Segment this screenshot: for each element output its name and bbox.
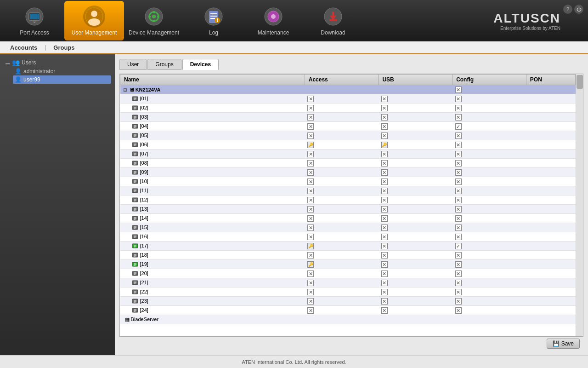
checkbox-x[interactable]: ✕ bbox=[307, 206, 314, 213]
tab-devices[interactable]: Devices bbox=[182, 59, 219, 70]
checkbox-x[interactable]: ✕ bbox=[455, 261, 462, 268]
checkbox-x[interactable]: ✕ bbox=[307, 298, 314, 305]
checkbox-x[interactable]: ✕ bbox=[455, 160, 462, 167]
checkbox-key[interactable]: 🔑 bbox=[381, 142, 388, 148]
checkbox-x[interactable]: ✕ bbox=[455, 234, 462, 240]
checkbox-check[interactable]: ✓ bbox=[455, 243, 462, 249]
power-icon[interactable]: ⏻ bbox=[574, 5, 583, 14]
checkbox-x[interactable]: ✕ bbox=[307, 234, 314, 240]
port-id: [21] bbox=[140, 280, 148, 285]
tree-root[interactable]: ▬ 👥 Users bbox=[4, 58, 111, 67]
tab-user[interactable]: User bbox=[119, 59, 147, 70]
nav-item-maintenance[interactable]: Maintenance bbox=[243, 1, 303, 40]
sidebar-item-administrator[interactable]: 👤 administrator bbox=[13, 67, 111, 75]
port-name-cell: [17] bbox=[120, 242, 305, 251]
checkbox-x[interactable]: ✕ bbox=[307, 151, 314, 157]
nav-item-user-management[interactable]: User Management bbox=[64, 1, 124, 40]
checkbox-x[interactable]: ✕ bbox=[455, 307, 462, 314]
nav-item-download[interactable]: Download bbox=[303, 1, 363, 40]
checkbox-x[interactable]: ✕ bbox=[307, 307, 314, 314]
checkbox-x[interactable]: ✕ bbox=[455, 298, 462, 305]
checkbox-key[interactable]: 🔑 bbox=[307, 142, 314, 148]
checkbox-x[interactable]: ✕ bbox=[307, 132, 314, 139]
checkbox-x[interactable]: ✕ bbox=[381, 215, 388, 222]
tab-groups[interactable]: Groups bbox=[147, 59, 181, 70]
checkbox-check[interactable]: ✓ bbox=[455, 123, 462, 130]
checkbox-x[interactable]: ✕ bbox=[381, 206, 388, 213]
blade-server-name[interactable]: ▦ BladeServer bbox=[120, 315, 305, 324]
scrollbar[interactable] bbox=[576, 74, 583, 336]
port-name-cell: [07] bbox=[120, 150, 305, 159]
checkbox-x[interactable]: ✕ bbox=[381, 289, 388, 295]
checkbox-x[interactable]: ✕ bbox=[381, 114, 388, 121]
checkbox-x[interactable]: ✕ bbox=[381, 96, 388, 102]
checkbox-x[interactable]: ✕ bbox=[307, 160, 314, 167]
nav-item-device-management[interactable]: Device Management bbox=[124, 1, 184, 40]
checkbox-x[interactable]: ✕ bbox=[307, 105, 314, 111]
checkbox-x[interactable]: ✕ bbox=[455, 151, 462, 157]
kn-config-checkbox[interactable]: ✕ bbox=[455, 86, 462, 93]
checkbox-x[interactable]: ✕ bbox=[307, 280, 314, 286]
checkbox-x[interactable]: ✕ bbox=[307, 178, 314, 185]
checkbox-x[interactable]: ✕ bbox=[381, 178, 388, 185]
checkbox-x[interactable]: ✕ bbox=[455, 270, 462, 277]
checkbox-x[interactable]: ✕ bbox=[455, 132, 462, 139]
table-row: [05] ✕✕✕ bbox=[120, 131, 576, 140]
subnav-groups[interactable]: Groups bbox=[48, 42, 80, 53]
checkbox-key[interactable]: 🔑 bbox=[307, 261, 314, 268]
port-usb-cell: ✕ bbox=[379, 159, 452, 168]
nav-item-log[interactable]: Log bbox=[184, 1, 243, 40]
checkbox-x[interactable]: ✕ bbox=[381, 234, 388, 240]
checkbox-x[interactable]: ✕ bbox=[455, 114, 462, 121]
checkbox-x[interactable]: ✕ bbox=[455, 96, 462, 102]
checkbox-x[interactable]: ✕ bbox=[381, 169, 388, 176]
checkbox-key[interactable]: 🔑 bbox=[307, 243, 314, 249]
checkbox-x[interactable]: ✕ bbox=[381, 123, 388, 130]
checkbox-x[interactable]: ✕ bbox=[455, 280, 462, 286]
help-icon[interactable]: ? bbox=[563, 5, 572, 14]
checkbox-x[interactable]: ✕ bbox=[381, 298, 388, 305]
checkbox-x[interactable]: ✕ bbox=[381, 132, 388, 139]
checkbox-x[interactable]: ✕ bbox=[307, 215, 314, 222]
checkbox-x[interactable]: ✕ bbox=[381, 270, 388, 277]
checkbox-x[interactable]: ✕ bbox=[381, 160, 388, 167]
checkbox-x[interactable]: ✕ bbox=[455, 197, 462, 203]
checkbox-x[interactable]: ✕ bbox=[307, 197, 314, 203]
subnav-accounts[interactable]: Accounts bbox=[5, 42, 43, 53]
checkbox-x[interactable]: ✕ bbox=[455, 206, 462, 213]
table-scroll-area[interactable]: Name Access USB Config PON ⊟ 🖥 KN2124VA … bbox=[120, 74, 583, 336]
sidebar: ▬ 👥 Users 👤 administrator 👤 user99 bbox=[0, 54, 115, 355]
checkbox-x[interactable]: ✕ bbox=[455, 252, 462, 259]
checkbox-x[interactable]: ✕ bbox=[455, 105, 462, 111]
checkbox-x[interactable]: ✕ bbox=[381, 105, 388, 111]
nav-item-port-access[interactable]: Port Access bbox=[5, 1, 64, 40]
checkbox-x[interactable]: ✕ bbox=[307, 114, 314, 121]
checkbox-x[interactable]: ✕ bbox=[381, 243, 388, 249]
checkbox-x[interactable]: ✕ bbox=[307, 252, 314, 259]
checkbox-x[interactable]: ✕ bbox=[455, 169, 462, 176]
checkbox-x[interactable]: ✕ bbox=[381, 261, 388, 268]
checkbox-x[interactable]: ✕ bbox=[455, 188, 462, 194]
checkbox-x[interactable]: ✕ bbox=[455, 178, 462, 185]
device-row-kn[interactable]: ⊟ 🖥 KN2124VA bbox=[120, 85, 305, 94]
save-button[interactable]: 💾 Save bbox=[547, 339, 580, 349]
checkbox-x[interactable]: ✕ bbox=[307, 123, 314, 130]
checkbox-x[interactable]: ✕ bbox=[307, 224, 314, 231]
checkbox-x[interactable]: ✕ bbox=[307, 169, 314, 176]
checkbox-x[interactable]: ✕ bbox=[381, 197, 388, 203]
checkbox-x[interactable]: ✕ bbox=[381, 252, 388, 259]
sidebar-item-user99[interactable]: 👤 user99 bbox=[13, 75, 111, 84]
checkbox-x[interactable]: ✕ bbox=[381, 224, 388, 231]
checkbox-x[interactable]: ✕ bbox=[307, 289, 314, 295]
checkbox-x[interactable]: ✕ bbox=[455, 142, 462, 148]
checkbox-x[interactable]: ✕ bbox=[307, 96, 314, 102]
checkbox-x[interactable]: ✕ bbox=[307, 270, 314, 277]
checkbox-x[interactable]: ✕ bbox=[307, 188, 314, 194]
checkbox-x[interactable]: ✕ bbox=[381, 188, 388, 194]
checkbox-x[interactable]: ✕ bbox=[381, 280, 388, 286]
checkbox-x[interactable]: ✕ bbox=[455, 289, 462, 295]
checkbox-x[interactable]: ✕ bbox=[381, 151, 388, 157]
checkbox-x[interactable]: ✕ bbox=[455, 224, 462, 231]
checkbox-x[interactable]: ✕ bbox=[381, 307, 388, 314]
checkbox-x[interactable]: ✕ bbox=[455, 215, 462, 222]
